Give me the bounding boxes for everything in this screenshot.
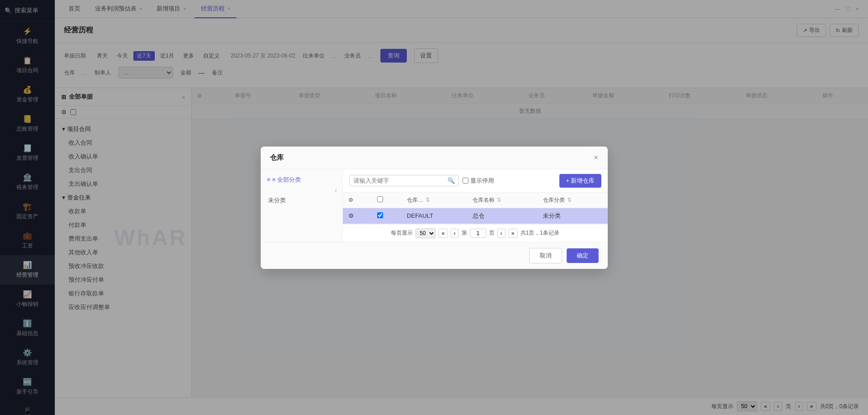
unclassified-item[interactable]: 未分类 — [261, 194, 342, 207]
sort-category-icon[interactable]: ⇅ — [567, 197, 572, 203]
dialog-right-panel: 🔍 显示停用 + 新增仓库 ⚙ — [343, 169, 608, 242]
dialog-next-btn[interactable]: › — [497, 229, 505, 238]
per-page-label: 每页显示 — [391, 229, 413, 237]
col-check[interactable] — [372, 193, 401, 208]
dialog-per-page-select[interactable]: 50 — [416, 228, 436, 238]
sort-name-icon[interactable]: ⇅ — [497, 197, 501, 203]
warehouse-dialog: 仓库 × ≡ ≡ 全部分类 › 未分类 — [261, 147, 608, 269]
dialog-page-input[interactable] — [470, 229, 486, 238]
all-categories-item[interactable]: ≡ ≡ 全部分类 — [261, 173, 342, 187]
cancel-button[interactable]: 取消 — [529, 248, 562, 263]
row-checkbox[interactable] — [372, 208, 401, 224]
warehouse-table: ⚙ 仓库… ⇅ 仓库名称 ⇅ — [343, 193, 608, 224]
col-name-label: 仓库名称 — [473, 197, 494, 203]
row-code: DEFAULT — [401, 208, 467, 224]
all-categories-label: ≡ 全部分类 — [272, 176, 301, 184]
add-warehouse-button[interactable]: + 新增仓库 — [559, 174, 601, 188]
col-name[interactable]: 仓库名称 ⇅ — [467, 193, 537, 208]
add-warehouse-label: + 新增仓库 — [566, 177, 594, 185]
unclassified-label: 未分类 — [268, 197, 286, 204]
dialog-prev-btn[interactable]: ‹ — [451, 229, 459, 238]
col-gear[interactable]: ⚙ — [343, 193, 372, 208]
show-disabled-checkbox[interactable] — [463, 178, 468, 184]
row-category: 未分类 — [537, 208, 608, 224]
col-code-label: 仓库… — [407, 197, 423, 203]
show-disabled-label: 显示停用 — [470, 177, 494, 185]
row-select[interactable] — [377, 212, 383, 218]
dialog-title: 仓库 — [270, 153, 284, 162]
dialog-overlay[interactable]: 仓库 × ≡ ≡ 全部分类 › 未分类 — [0, 0, 868, 415]
dialog-close-button[interactable]: × — [594, 153, 599, 163]
dialog-last-btn[interactable]: » — [508, 229, 518, 238]
table-select-all[interactable] — [377, 196, 383, 202]
dialog-page-label: 第 — [462, 229, 467, 237]
dialog-table-wrap: ⚙ 仓库… ⇅ 仓库名称 ⇅ — [343, 193, 608, 224]
col-category[interactable]: 仓库分类 ⇅ — [537, 193, 608, 208]
dialog-action-footer: 取消 确定 — [261, 242, 608, 269]
dialog-total-label: 共1页，1条记录 — [521, 229, 559, 237]
sort-code-icon[interactable]: ⇅ — [426, 197, 430, 203]
dialog-first-btn[interactable]: « — [438, 229, 448, 238]
row-gear[interactable]: ⚙ — [343, 208, 372, 224]
dialog-page-suffix: 页 — [489, 229, 494, 237]
show-disabled-checkbox-label[interactable]: 显示停用 — [463, 177, 494, 185]
dialog-header: 仓库 × — [261, 147, 608, 169]
grid-icon: ≡ — [267, 176, 271, 183]
row-name: 总仓 — [467, 208, 537, 224]
table-row[interactable]: ⚙ DEFAULT 总仓 未分类 — [343, 208, 608, 224]
dialog-collapse-btn[interactable]: › — [331, 187, 340, 194]
dialog-body: ≡ ≡ 全部分类 › 未分类 🔍 — [261, 169, 608, 242]
dialog-toolbar: 🔍 显示停用 + 新增仓库 — [343, 169, 608, 193]
dialog-categories: ≡ ≡ 全部分类 › 未分类 — [261, 169, 343, 242]
confirm-button[interactable]: 确定 — [567, 248, 599, 263]
col-category-label: 仓库分类 — [543, 197, 565, 203]
warehouse-search-input[interactable] — [353, 177, 445, 184]
col-code[interactable]: 仓库… ⇅ — [401, 193, 467, 208]
search-icon: 🔍 — [447, 177, 455, 184]
search-input-wrap: 🔍 — [349, 175, 459, 186]
dialog-pagination: 每页显示 50 « ‹ 第 页 › » 共1页，1条记录 — [343, 224, 608, 242]
